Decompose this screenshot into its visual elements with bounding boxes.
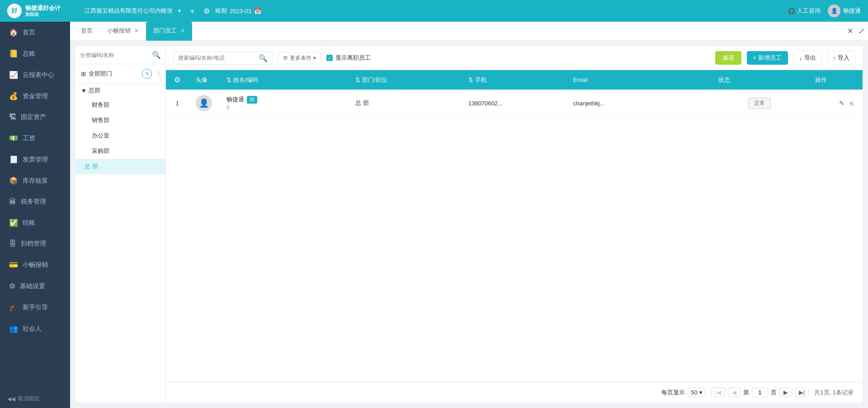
consultant-button[interactable]: 🎧 人工咨询 xyxy=(788,7,821,15)
logo-area: 好 畅捷通好会计 旗舰版 xyxy=(7,4,77,18)
sidebar-item-settings[interactable]: ⚙ 基础设置 xyxy=(0,275,70,297)
page-nav: |◀ ◀ 第 页 ▶ ▶| xyxy=(711,388,809,397)
emp-toolbar: 🔍 ⚙ 更多条件 ▾ ✓ 显示离职员工 邀请 + 新增 xyxy=(166,46,863,70)
row-status: 正常 xyxy=(711,90,808,117)
dept-search-icon[interactable]: 🔍 xyxy=(152,51,161,59)
app-title: 畅捷通好会计 xyxy=(25,5,61,12)
dept-search-input[interactable] xyxy=(80,52,149,58)
dept-collapse-icon[interactable]: 《 xyxy=(155,70,160,78)
logo-text: 畅捷通好会计 旗舰版 xyxy=(25,5,61,17)
tax-icon: 🏛 xyxy=(9,198,16,206)
table-row: 1 👤 畅捷通 部 xyxy=(166,90,863,117)
emp-search-icon[interactable]: 🔍 xyxy=(259,54,268,62)
add-company-button[interactable]: ＋ xyxy=(186,5,198,16)
dept-item-hq[interactable]: 总 部 xyxy=(75,159,165,174)
tab-home[interactable]: 首页 xyxy=(74,22,100,41)
sidebar: 🏠 首页 📒 总账 📈 云报表中心 💰 资金管理 🏗 固定资产 💵 工资 🧾 发… xyxy=(0,22,70,408)
maximize-icon[interactable]: ⤢ xyxy=(859,27,864,35)
col-name-header[interactable]: ⇅ 姓名/编码 xyxy=(219,70,348,90)
company-dropdown-icon[interactable]: ▾ xyxy=(178,8,181,14)
col-phone-header[interactable]: ⇅ 手机 xyxy=(461,70,566,90)
export-icon: ↓ xyxy=(799,55,802,62)
row-name-cell: 畅捷通 部 0 xyxy=(219,90,348,117)
first-page-button[interactable]: |◀ xyxy=(711,388,725,397)
show-resigned-toggle[interactable]: ✓ 显示离职员工 xyxy=(326,54,371,62)
close-tab-icon[interactable]: ✕ xyxy=(847,27,853,35)
name-row: 畅捷通 部 xyxy=(226,95,341,104)
dept-item-office[interactable]: 办公室 xyxy=(83,128,165,143)
user-info[interactable]: 👤 畅捷通 xyxy=(828,5,861,17)
company-name: 江西服宝精品有限责任公司内账张 xyxy=(85,7,173,15)
dept-edit-icon[interactable]: ✎ xyxy=(142,69,152,79)
all-dept-header[interactable]: ⊞ 全部部门 ✎ 《 xyxy=(75,64,165,84)
table-settings-icon[interactable]: ⚙ xyxy=(174,76,180,84)
import-button[interactable]: ↑ 导入 xyxy=(827,51,856,65)
col-settings[interactable]: ⚙ xyxy=(166,70,189,90)
logout-employee-button[interactable]: ⎋ xyxy=(850,100,854,107)
add-employee-button[interactable]: + 新增员工 xyxy=(747,51,788,65)
sidebar-item-ledger[interactable]: 📒 总账 xyxy=(0,43,70,64)
prev-page-button[interactable]: ◀ xyxy=(728,388,741,397)
user-name: 畅捷通 xyxy=(843,7,861,15)
sidebar-item-assets[interactable]: 🏗 固定资产 xyxy=(0,107,70,128)
page-size-box[interactable]: 50 ▾ xyxy=(688,388,705,397)
page-content: 🔍 ⊞ 全部部门 ✎ 《 ▼ xyxy=(70,41,868,408)
dept-item-purchasing[interactable]: 采购部 xyxy=(83,143,165,159)
export-button[interactable]: ↓ 导出 xyxy=(793,51,822,65)
inventory-icon: 📦 xyxy=(9,176,18,185)
archive-icon: 🗄 xyxy=(9,240,16,248)
col-dept-header[interactable]: ⇅ 部门/职位 xyxy=(348,70,461,90)
funds-icon: 💰 xyxy=(9,92,18,100)
dept-item-sales[interactable]: 销售部 xyxy=(83,113,165,128)
social-icon: 👥 xyxy=(9,324,18,333)
pin-toggle[interactable]: ◀◀ 取消固定 xyxy=(0,389,70,408)
dept-search-area: 🔍 xyxy=(75,46,165,64)
filter-button[interactable]: ⚙ 更多条件 ▾ xyxy=(278,52,321,64)
dept-header-left: ⊞ 全部部门 xyxy=(81,70,112,78)
calendar-icon[interactable]: 📅 xyxy=(254,8,261,14)
action-buttons: ✎ ⎋ xyxy=(815,100,854,107)
row-dept: 总 部 xyxy=(348,90,461,117)
col-avatar-header: 头像 xyxy=(189,70,219,90)
dept-item-label-hq: 总 部 xyxy=(85,162,98,171)
header-center: 江西服宝精品有限责任公司内账张 ▾ ＋ ⚙ 账期 2023-03 📅 xyxy=(77,5,788,16)
row-actions: ✎ ⎋ xyxy=(808,90,863,117)
tab-expense-label: 小畅报销 xyxy=(107,27,131,35)
filter-icon: ⚙ xyxy=(283,55,288,61)
export-label: 导出 xyxy=(804,54,816,62)
sidebar-item-expense[interactable]: 💳 小畅报销 xyxy=(0,254,70,275)
sidebar-label-archive: 归档管理 xyxy=(21,240,46,248)
page-number-input[interactable] xyxy=(752,388,768,397)
next-page-button[interactable]: ▶ xyxy=(779,388,792,397)
edit-employee-button[interactable]: ✎ xyxy=(839,100,844,107)
sidebar-item-funds[interactable]: 💰 资金管理 xyxy=(0,85,70,107)
dept-group-hq[interactable]: ▼ 总部 xyxy=(75,84,165,97)
sidebar-item-invoice[interactable]: 🧾 发票管理 xyxy=(0,149,70,170)
sidebar-item-tax[interactable]: 🏛 税务管理 xyxy=(0,191,70,212)
tab-dept-emp-label: 部门员工 xyxy=(153,27,177,35)
last-page-button[interactable]: ▶| xyxy=(795,388,809,397)
sidebar-item-guide[interactable]: 🎓 新手引导 xyxy=(0,297,70,318)
all-dept-label: 全部部门 xyxy=(89,70,112,78)
sidebar-item-inventory[interactable]: 📦 库存核算 xyxy=(0,170,70,191)
show-resigned-label: 显示离职员工 xyxy=(335,54,371,62)
sidebar-item-reports[interactable]: 📈 云报表中心 xyxy=(0,64,70,85)
sidebar-item-archive[interactable]: 🗄 归档管理 xyxy=(0,233,70,254)
invite-button[interactable]: 邀请 xyxy=(715,51,741,65)
tab-dept-emp[interactable]: 部门员工 ✕ xyxy=(146,22,192,41)
sidebar-item-payroll[interactable]: 💵 工资 xyxy=(0,128,70,149)
period-label: 账期 xyxy=(215,7,227,15)
tab-expense-close[interactable]: ✕ xyxy=(134,28,139,34)
settings-icon[interactable]: ⚙ xyxy=(203,7,210,15)
sidebar-item-home[interactable]: 🏠 首页 xyxy=(0,22,70,43)
filter-dropdown-icon: ▾ xyxy=(313,55,316,61)
tab-expense[interactable]: 小畅报销 ✕ xyxy=(100,22,146,41)
emp-search-input[interactable] xyxy=(178,55,256,61)
tab-dept-emp-close[interactable]: ✕ xyxy=(180,28,185,34)
dept-item-finance[interactable]: 财务部 xyxy=(83,97,165,113)
home-icon: 🏠 xyxy=(9,28,18,37)
resigned-checkbox[interactable]: ✓ xyxy=(326,55,333,61)
sidebar-item-close[interactable]: ✅ 结账 xyxy=(0,212,70,233)
page-size-dropdown-icon: ▾ xyxy=(699,389,703,396)
sidebar-item-social[interactable]: 👥 社会人 xyxy=(0,318,70,339)
